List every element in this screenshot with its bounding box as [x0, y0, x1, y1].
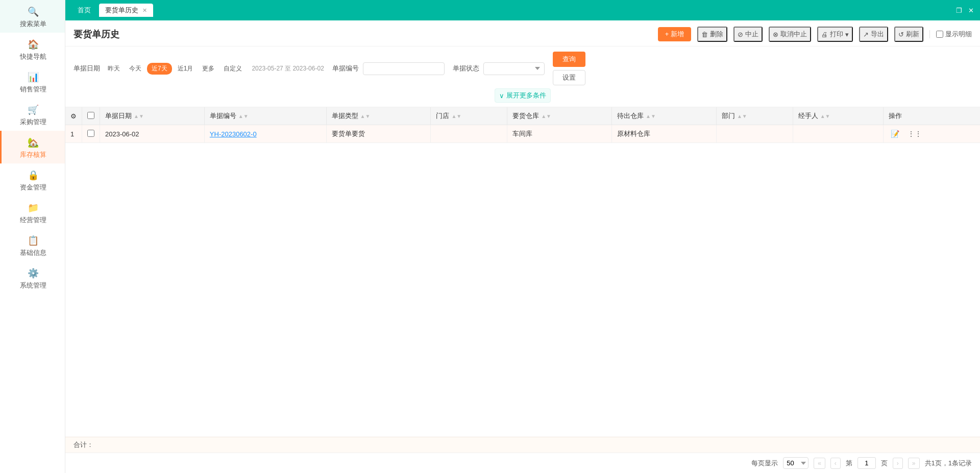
col-doc-no: 单据编号▲▼ [204, 107, 326, 125]
date-btn-more[interactable]: 更多 [199, 63, 218, 75]
print-button[interactable]: 🖨 打印 ▾ [817, 27, 853, 42]
row-detail-button[interactable]: ⋮⋮ [905, 129, 924, 139]
sales-mgmt-icon: 📊 [28, 72, 39, 83]
table-container: ⚙ 单据日期▲▼ 单据编号▲▼ 单据类型▲▼ 门店▲▼ 要货仓库▲▼ 待出仓库▲… [65, 107, 980, 437]
date-btn-today[interactable]: 今天 [126, 63, 145, 75]
page-header: 要货单历史 + 新增 🗑 删除 ⊘ 中止 ⊗ 取消中止 🖨 打印 [65, 20, 980, 46]
ops-mgmt-icon: 📁 [28, 202, 39, 214]
col-pending-warehouse: 待出仓库▲▼ [612, 107, 717, 125]
docno-filter-group: 单据编号 [332, 62, 445, 75]
date-btn-yesterday[interactable]: 昨天 [104, 63, 124, 75]
filter-area: 单据日期 昨天今天近7天近1月更多自定义 2023-05-27 至 2023-0… [65, 46, 980, 107]
refresh-button[interactable]: ↺ 刷新 [894, 27, 923, 42]
page-input[interactable] [857, 457, 876, 469]
col-doc-type: 单据类型▲▼ [326, 107, 431, 125]
col-department: 部门▲▼ [716, 107, 793, 125]
export-icon: ↗ [863, 31, 869, 38]
print-dropdown-icon: ▾ [845, 31, 849, 38]
sort-doc-no-icon[interactable]: ▲▼ [238, 113, 249, 119]
status-label: 单据状态 [453, 64, 479, 73]
sidebar-item-ops-mgmt[interactable]: 📁 经营管理 [0, 196, 65, 229]
query-button[interactable]: 查询 [553, 52, 585, 67]
date-range-text: 2023-05-27 至 2023-06-02 [252, 64, 324, 73]
col-settings[interactable]: ⚙ [65, 107, 82, 125]
sort-doc-type-icon[interactable]: ▲▼ [360, 113, 371, 119]
purchase-mgmt-icon: 🛒 [28, 104, 39, 115]
sidebar-item-purchase-mgmt[interactable]: 🛒 采购管理 [0, 98, 65, 131]
sidebar-item-inventory[interactable]: 🏡 库存核算 [0, 131, 65, 163]
sidebar: 🔍 搜索菜单🏠 快捷导航📊 销售管理🛒 采购管理🏡 库存核算🔒 资金管理📁 经营… [0, 0, 65, 473]
delete-button[interactable]: 🗑 删除 [697, 27, 727, 42]
sort-doc-date-icon[interactable]: ▲▼ [134, 113, 144, 119]
toolbar-divider [929, 30, 930, 38]
print-icon: 🖨 [821, 31, 828, 38]
cell-actions: 📝 ⋮⋮ [884, 125, 980, 143]
show-detail-toggle[interactable]: 显示明细 [936, 30, 972, 39]
cell-handler [793, 125, 883, 143]
tab-label-home: 首页 [78, 6, 91, 15]
select-all-checkbox[interactable] [87, 112, 94, 119]
date-btn-last7days[interactable]: 近7天 [147, 63, 172, 75]
restore-button[interactable]: ❐ [956, 7, 962, 14]
sort-pending-wh-icon[interactable]: ▲▼ [646, 113, 656, 119]
export-button[interactable]: ↗ 导出 [859, 27, 888, 42]
sidebar-item-finance-mgmt[interactable]: 🔒 资金管理 [0, 163, 65, 196]
sidebar-item-basic-info[interactable]: 📋 基础信息 [0, 229, 65, 262]
cancel-stop-button[interactable]: ⊗ 取消中止 [769, 27, 811, 42]
row-edit-button[interactable]: 📝 [889, 129, 901, 139]
first-page-button[interactable]: « [814, 458, 825, 469]
new-button[interactable]: + 新增 [658, 27, 691, 41]
sidebar-label-search-menu: 搜索菜单 [20, 19, 46, 29]
sort-dept-icon[interactable]: ▲▼ [737, 113, 747, 119]
expand-row: ∨ 展开更多条件 [74, 85, 972, 105]
status-select[interactable] [483, 62, 545, 75]
tab-home[interactable]: 首页 [71, 4, 97, 17]
sidebar-label-sales-mgmt: 销售管理 [20, 85, 46, 94]
sidebar-label-ops-mgmt: 经营管理 [20, 216, 46, 225]
prev-page-button[interactable]: ‹ [830, 458, 841, 469]
cancel-stop-icon: ⊗ [773, 31, 778, 38]
cell-checkbox [82, 125, 100, 143]
show-detail-checkbox[interactable] [936, 31, 943, 38]
tab-label-requisition-history: 要货单历史 [105, 6, 138, 15]
sidebar-item-sales-mgmt[interactable]: 📊 销售管理 [0, 65, 65, 98]
per-page-label: 每页显示 [751, 459, 778, 468]
sidebar-item-quick-nav[interactable]: 🏠 快捷导航 [0, 33, 65, 65]
topbar: 首页要货单历史✕ ❐ ✕ [65, 0, 980, 20]
finance-mgmt-icon: 🔒 [28, 170, 39, 181]
doc-no-link[interactable]: YH-20230602-0 [210, 130, 257, 138]
main-area: 首页要货单历史✕ ❐ ✕ 要货单历史 + 新增 🗑 删除 ⊘ 中止 ⊗ [65, 0, 980, 473]
sort-store-icon[interactable]: ▲▼ [451, 113, 461, 119]
per-page-select[interactable]: 50 20 100 [783, 457, 808, 469]
sidebar-item-search-menu[interactable]: 🔍 搜索菜单 [0, 0, 65, 33]
date-buttons: 昨天今天近7天近1月更多自定义 [104, 63, 246, 75]
col-store: 门店▲▼ [431, 107, 507, 125]
page-suffix: 页 [881, 459, 888, 468]
sidebar-item-sys-mgmt[interactable]: ⚙️ 系统管理 [0, 262, 65, 294]
docno-input[interactable] [363, 62, 445, 75]
topbar-right: ❐ ✕ [956, 7, 974, 14]
cell-pending-warehouse: 原材料仓库 [612, 125, 717, 143]
toolbar: + 新增 🗑 删除 ⊘ 中止 ⊗ 取消中止 🖨 打印 ▾ [658, 27, 972, 42]
pagination-info: 共1页，1条记录 [925, 459, 972, 468]
stop-button[interactable]: ⊘ 中止 [733, 27, 763, 42]
tab-requisition-history[interactable]: 要货单历史✕ [99, 4, 153, 17]
expand-more-button[interactable]: ∨ 展开更多条件 [495, 88, 551, 103]
action-buttons: 查询 设置 [553, 52, 585, 85]
close-button[interactable]: ✕ [968, 7, 974, 14]
sort-req-wh-icon[interactable]: ▲▼ [541, 113, 551, 119]
row-checkbox[interactable] [87, 130, 94, 137]
sort-handler-icon[interactable]: ▲▼ [820, 113, 830, 119]
date-btn-custom[interactable]: 自定义 [220, 63, 246, 75]
next-page-button[interactable]: › [893, 458, 903, 469]
settings-button[interactable]: 设置 [553, 70, 585, 85]
search-menu-icon: 🔍 [28, 6, 39, 17]
data-table: ⚙ 单据日期▲▼ 单据编号▲▼ 单据类型▲▼ 门店▲▼ 要货仓库▲▼ 待出仓库▲… [65, 107, 980, 143]
last-page-button[interactable]: » [908, 458, 920, 469]
tab-close-requisition-history[interactable]: ✕ [142, 7, 147, 14]
stop-icon: ⊘ [738, 31, 743, 38]
filter-row: 单据日期 昨天今天近7天近1月更多自定义 2023-05-27 至 2023-0… [74, 52, 972, 85]
col-checkbox [82, 107, 100, 125]
sidebar-label-sys-mgmt: 系统管理 [20, 281, 46, 290]
date-btn-last1month[interactable]: 近1月 [174, 63, 197, 75]
